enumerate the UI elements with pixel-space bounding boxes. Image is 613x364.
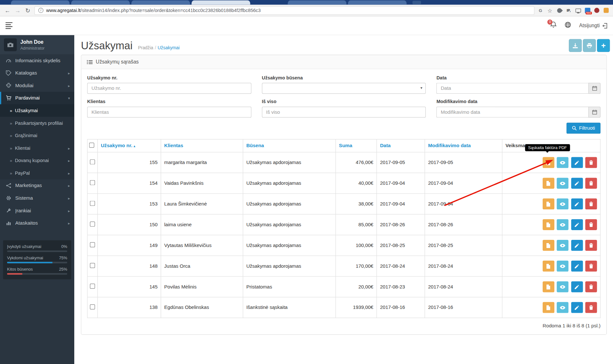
browser-tab[interactable] [11,0,70,5]
invoice-pdf-button[interactable] [543,178,554,189]
language-button[interactable] [565,21,571,29]
delete-button[interactable] [585,302,597,313]
invoice-pdf-button[interactable] [543,261,554,272]
invoice-pdf-button[interactable] [543,157,554,168]
row-checkbox[interactable] [90,201,95,206]
logout-button[interactable]: Atsijungti [579,23,607,29]
row-checkbox[interactable] [90,221,95,227]
sidebar-item-catalog[interactable]: Katalogas ▸ [0,67,74,79]
delete-button[interactable] [585,261,597,272]
select-all-checkbox[interactable] [89,143,94,148]
orange-extension-icon[interactable] [603,7,609,13]
back-icon[interactable]: ← [4,7,11,13]
invoice-pdf-button[interactable] [543,281,554,292]
sort-date[interactable]: Data [380,143,391,148]
eyedropper-extension-icon[interactable] [556,7,562,13]
sidebar-item-extensions[interactable]: Moduliai ▸ [0,79,74,92]
invoice-pdf-button[interactable] [543,219,554,230]
view-button[interactable] [557,261,569,272]
menu-toggle-icon[interactable] [6,22,13,29]
view-button[interactable] [557,157,569,168]
delete-button[interactable] [585,157,597,168]
view-button[interactable] [557,302,569,313]
delete-button[interactable] [585,281,597,292]
row-checkbox[interactable] [90,242,95,247]
new-tab-button[interactable] [413,1,421,4]
view-button[interactable] [557,219,569,230]
view-button[interactable] [557,178,569,189]
total-input[interactable] [262,107,426,118]
sidebar-item-sales[interactable]: Pardavimai ▾ [0,92,74,104]
delete-button[interactable] [585,178,597,189]
ip-extension-icon[interactable]: IP, [566,7,571,13]
edit-button[interactable] [571,240,583,251]
sidebar-item-dashboard[interactable]: Informacinis skydelis [0,54,74,67]
edit-button[interactable] [571,198,583,209]
row-checkbox[interactable] [90,159,95,165]
submenu-item-recurring-profiles[interactable]: » Pasikartojantys profiliai [0,117,74,129]
delete-button[interactable] [585,240,597,251]
edit-button[interactable] [571,281,583,292]
sort-total[interactable]: Suma [339,143,352,148]
view-button[interactable] [557,240,569,251]
sort-modified[interactable]: Modifikavimo data [428,143,471,148]
monitor-extension-icon[interactable] [575,7,581,13]
breadcrumb-current[interactable]: Užsakymai [158,45,180,50]
submenu-item-orders[interactable]: » Užsakymai [0,104,74,117]
invoice-pdf-button[interactable] [543,302,554,313]
red-extension-icon[interactable] [594,7,600,13]
edit-button[interactable] [571,178,583,189]
print-invoice-button[interactable] [569,39,582,52]
invoice-pdf-button[interactable] [543,198,554,209]
view-button[interactable] [557,281,569,292]
sidebar-item-system[interactable]: Sistema ▸ [0,192,74,205]
customer-input[interactable] [87,107,251,118]
submenu-item-returns[interactable]: » Grąžinimai [0,129,74,142]
sidebar-item-tools[interactable]: Įrankiai ▸ [0,204,74,217]
modified-date-picker-button[interactable] [588,107,600,118]
sidebar-item-marketing[interactable]: Marketingas ▸ [0,179,74,192]
filter-button[interactable]: Filtruoti [567,123,601,134]
date-picker-button[interactable] [588,83,600,94]
address-bar[interactable]: i www.agregatai.lt/siteadmin14/index.php… [34,6,535,15]
order-status-select[interactable]: ▾ [262,83,426,94]
row-checkbox[interactable] [90,304,95,310]
edit-button[interactable] [571,302,583,313]
print-shipping-button[interactable] [583,39,596,52]
browser-tab-active[interactable] [192,0,250,5]
edit-button[interactable] [571,219,583,230]
order-nr-input[interactable] [87,83,251,94]
refresh-icon[interactable]: ↻ [24,7,31,13]
submenu-item-paypal[interactable]: » PayPal ▸ [0,167,74,180]
sidebar-item-reports[interactable]: Ataskaitos ▸ [0,217,74,229]
page-info-icon[interactable]: i [38,8,43,13]
avatar[interactable] [4,38,17,51]
forward-icon[interactable]: → [14,7,21,13]
breadcrumb-home[interactable]: Pradžia [138,45,153,50]
browser-tab[interactable] [71,0,130,5]
invoice-pdf-button[interactable] [543,240,554,251]
row-checkbox[interactable] [90,284,95,289]
sort-status[interactable]: Būsena [246,143,264,148]
delete-button[interactable] [585,198,597,209]
row-checkbox[interactable] [90,180,95,185]
modified-date-input[interactable] [437,107,589,118]
browser-tab[interactable] [348,0,407,5]
notifications-button[interactable]: 0 [550,21,557,29]
submenu-item-customers[interactable]: » Klientai ▸ [0,142,74,155]
browser-tab[interactable] [131,0,190,5]
view-button[interactable] [557,198,569,209]
date-input[interactable] [437,83,589,94]
delete-button[interactable] [585,219,597,230]
add-order-button[interactable]: + [597,39,610,52]
row-checkbox[interactable] [90,263,95,268]
browser-tab[interactable] [288,0,346,5]
extension-icon-with-new-badge[interactable]: New [584,7,590,13]
sort-customer[interactable]: Klientas [164,143,183,148]
bookmark-star-icon[interactable]: ☆ [547,7,553,13]
submenu-item-gift-vouchers[interactable]: » Dovanų kuponai ▸ [0,154,74,167]
edit-button[interactable] [571,157,583,168]
edit-button[interactable] [571,261,583,272]
translate-icon[interactable]: G [537,7,543,13]
sort-order-nr[interactable]: Užsakymo nr. [101,143,132,148]
